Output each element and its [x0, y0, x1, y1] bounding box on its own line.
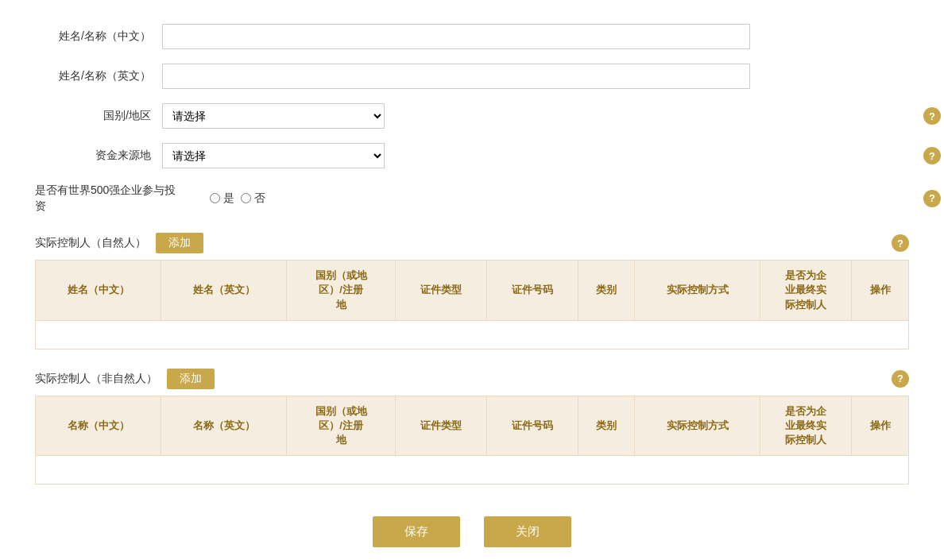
np-col-category: 类别 — [578, 261, 635, 321]
country-select[interactable]: 请选择 — [162, 103, 385, 129]
np-empty-cell — [36, 320, 909, 349]
non-natural-person-title: 实际控制人（非自然人） — [35, 372, 157, 386]
fund-source-help-icon[interactable]: ? — [923, 147, 941, 164]
non-natural-person-table-header-row: 名称（中文） 名称（英文） 国别（或地区）/注册地 证件类型 证件号码 类别 实… — [36, 396, 909, 456]
fund-source-label: 资金来源地 — [35, 148, 162, 164]
np-col-operation: 操作 — [852, 261, 909, 321]
natural-person-table: 姓名（中文） 姓名（英文） 国别（或地区）/注册地 证件类型 证件号码 类别 实… — [35, 260, 909, 350]
nnp-col-operation: 操作 — [852, 396, 909, 456]
np-col-cert-no: 证件号码 — [486, 261, 578, 321]
nnp-col-final-controller: 是否为企业最终实际控制人 — [760, 396, 852, 456]
name-cn-label: 姓名/名称（中文） — [35, 29, 162, 44]
np-col-country: 国别（或地区）/注册地 — [287, 261, 396, 321]
np-col-control-method: 实际控制方式 — [635, 261, 760, 321]
non-natural-person-add-btn[interactable]: 添加 — [167, 369, 215, 389]
save-button[interactable]: 保存 — [373, 516, 460, 547]
np-col-cert-type: 证件类型 — [395, 261, 486, 321]
fund-source-row: 资金来源地 请选择 ? — [35, 143, 909, 168]
fortune500-yes-radio[interactable] — [210, 193, 220, 203]
nnp-col-cert-no: 证件号码 — [486, 396, 578, 456]
name-en-row: 姓名/名称（英文） — [35, 64, 909, 89]
fortune500-row: 是否有世界500强企业参与投资 是 否 ? — [35, 183, 909, 214]
form-container: 姓名/名称（中文） 姓名/名称（英文） 国别/地区 请选择 ? 资金来源地 请选… — [35, 24, 909, 560]
country-row: 国别/地区 请选择 ? — [35, 103, 909, 129]
fortune500-yes-label[interactable]: 是 — [210, 191, 234, 206]
natural-person-header: 实际控制人（自然人） 添加 ? — [35, 233, 909, 253]
nnp-col-control-method: 实际控制方式 — [635, 396, 760, 456]
non-natural-person-table: 名称（中文） 名称（英文） 国别（或地区）/注册地 证件类型 证件号码 类别 实… — [35, 396, 909, 485]
np-col-final-controller: 是否为企业最终实际控制人 — [760, 261, 852, 321]
nnp-col-cert-type: 证件类型 — [395, 396, 486, 456]
name-en-input[interactable] — [162, 64, 750, 89]
natural-person-help-icon[interactable]: ? — [892, 234, 909, 252]
name-cn-row: 姓名/名称（中文） — [35, 24, 909, 49]
name-cn-input[interactable] — [162, 24, 750, 49]
fortune500-yes-text: 是 — [223, 191, 234, 206]
fund-source-select[interactable]: 请选择 — [162, 143, 385, 168]
close-button[interactable]: 关闭 — [484, 516, 571, 547]
fortune500-radio-group: 是 否 — [210, 191, 265, 206]
nnp-col-name-cn: 名称（中文） — [36, 396, 161, 456]
name-en-label: 姓名/名称（英文） — [35, 68, 162, 84]
natural-person-empty-row — [36, 320, 909, 349]
country-help-icon[interactable]: ? — [923, 107, 941, 125]
nnp-col-category: 类别 — [578, 396, 635, 456]
country-label: 国别/地区 — [35, 108, 162, 124]
fortune500-help-icon[interactable]: ? — [923, 190, 941, 207]
footer-buttons: 保存 关闭 — [35, 516, 909, 560]
nnp-col-country: 国别（或地区）/注册地 — [287, 396, 396, 456]
fortune500-no-text: 否 — [254, 191, 265, 206]
nnp-empty-cell — [36, 456, 909, 485]
fortune500-no-radio[interactable] — [241, 193, 251, 203]
natural-person-title: 实际控制人（自然人） — [35, 236, 146, 250]
np-col-name-cn: 姓名（中文） — [36, 261, 161, 321]
natural-person-table-header-row: 姓名（中文） 姓名（英文） 国别（或地区）/注册地 证件类型 证件号码 类别 实… — [36, 261, 909, 321]
np-col-name-en: 姓名（英文） — [161, 261, 287, 321]
fortune500-label: 是否有世界500强企业参与投资 — [35, 183, 210, 214]
fortune500-no-label[interactable]: 否 — [241, 191, 265, 206]
nnp-col-name-en: 名称（英文） — [161, 396, 287, 456]
non-natural-person-help-icon[interactable]: ? — [892, 370, 909, 388]
non-natural-person-header: 实际控制人（非自然人） 添加 ? — [35, 369, 909, 389]
natural-person-add-btn[interactable]: 添加 — [156, 233, 203, 253]
non-natural-person-empty-row — [36, 456, 909, 485]
